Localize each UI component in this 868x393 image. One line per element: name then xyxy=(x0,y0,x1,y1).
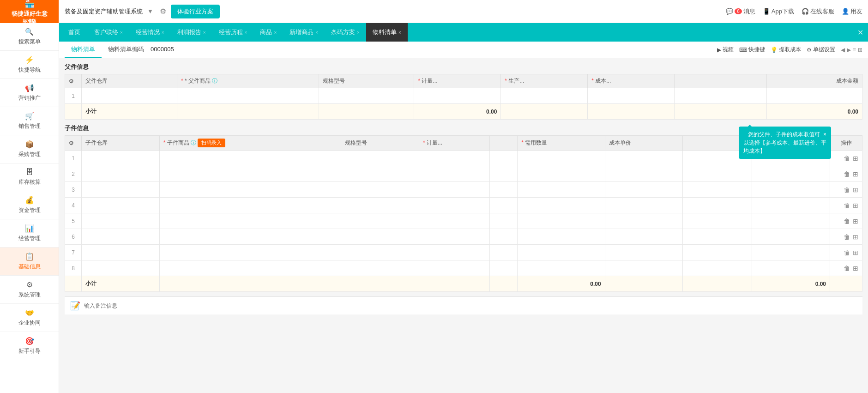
tab-operation-history[interactable]: 经营历程 × xyxy=(212,23,254,42)
delete-icon-5[interactable]: 🗑 xyxy=(844,218,850,225)
tab-product-close[interactable]: × xyxy=(274,30,277,35)
sidebar-item-guide[interactable]: 🎯 新手引导 xyxy=(0,332,59,360)
child-row-5-product[interactable] xyxy=(159,213,341,229)
tab-operation-status[interactable]: 经营情况 × xyxy=(129,23,171,42)
child-row-7-quantity[interactable] xyxy=(518,245,605,260)
parent-row-1-spec[interactable] xyxy=(319,88,414,104)
delete-icon-6[interactable]: 🗑 xyxy=(844,233,850,241)
delete-icon-1[interactable]: 🗑 xyxy=(844,155,850,162)
child-row-8-spec[interactable] xyxy=(341,260,419,276)
child-row-6-unit-cost[interactable] xyxy=(605,229,683,245)
child-row-5-spec[interactable] xyxy=(341,213,419,229)
action-single-settings[interactable]: ⚙ 单据设置 xyxy=(807,46,835,54)
sidebar-item-finance[interactable]: 💰 资金管理 xyxy=(0,191,59,219)
child-row-2-spec[interactable] xyxy=(341,166,419,182)
child-row-2-unit[interactable] xyxy=(419,166,489,182)
child-row-6-product[interactable] xyxy=(159,229,341,245)
topbar-settings-icon[interactable]: ⚙ xyxy=(160,7,166,16)
tab-operation-history-close[interactable]: × xyxy=(245,30,247,35)
child-row-7-unit[interactable] xyxy=(419,245,489,260)
child-row-8-unit-cost[interactable] xyxy=(605,260,683,276)
child-row-8-quantity[interactable] xyxy=(518,260,605,276)
tab-new-product-close[interactable]: × xyxy=(315,30,318,35)
child-row-2-warehouse[interactable] xyxy=(82,166,160,182)
scan-button[interactable]: 扫码录入 xyxy=(198,139,225,147)
child-row-3-warehouse[interactable] xyxy=(82,182,160,198)
online-service-item[interactable]: 🎧 在线客服 xyxy=(802,7,834,16)
next-arrow[interactable]: ▶ xyxy=(847,47,851,53)
child-row-4-quantity[interactable] xyxy=(518,198,605,213)
action-video[interactable]: ▶ 视频 xyxy=(717,46,734,54)
child-row-3-spec[interactable] xyxy=(341,182,419,198)
tab-barcode-close[interactable]: × xyxy=(357,30,360,35)
child-row-1-spec[interactable] xyxy=(341,151,419,166)
child-row-4-unit-cost[interactable] xyxy=(605,198,683,213)
sidebar-item-basic-info[interactable]: 📋 基础信息 xyxy=(0,248,59,276)
sub-tab-bom-list[interactable]: 物料清单 xyxy=(65,42,102,58)
delete-icon-8[interactable]: 🗑 xyxy=(844,265,850,272)
sidebar-item-system[interactable]: ⚙ 系统管理 xyxy=(0,276,59,304)
tab-bom-close[interactable]: × xyxy=(398,30,401,35)
tab-product[interactable]: 商品 × xyxy=(253,23,283,42)
child-row-7-warehouse[interactable] xyxy=(82,245,160,260)
delete-icon-3[interactable]: 🗑 xyxy=(844,186,850,193)
child-row-2-product[interactable] xyxy=(159,166,341,182)
delete-icon-7[interactable]: 🗑 xyxy=(844,249,850,256)
child-row-6-unit[interactable] xyxy=(419,229,489,245)
child-row-3-quantity[interactable] xyxy=(518,182,605,198)
sidebar-item-sales[interactable]: 🛒 销售管理 xyxy=(0,107,59,135)
copy-icon-6[interactable]: ⊞ xyxy=(853,233,858,241)
child-row-4-spec[interactable] xyxy=(341,198,419,213)
sidebar-item-inventory[interactable]: 🗄 库存核算 xyxy=(0,163,59,191)
copy-icon-8[interactable]: ⊞ xyxy=(853,265,858,272)
child-row-2-quantity[interactable] xyxy=(518,166,605,182)
user-item[interactable]: 👤 用友 xyxy=(842,7,862,16)
sidebar-item-operation[interactable]: 📊 经营管理 xyxy=(0,219,59,248)
tooltip-close-btn[interactable]: × xyxy=(823,130,826,139)
layout-icon[interactable]: ≡ xyxy=(853,47,856,53)
copy-icon-2[interactable]: ⊞ xyxy=(853,170,858,178)
tab-profit-report[interactable]: 利润报告 × xyxy=(171,23,212,42)
copy-icon-7[interactable]: ⊞ xyxy=(853,249,858,256)
parent-row-1-warehouse[interactable] xyxy=(82,88,177,104)
copy-icon-5[interactable]: ⊞ xyxy=(853,218,858,225)
child-row-5-warehouse[interactable] xyxy=(82,213,160,229)
child-row-8-unit[interactable] xyxy=(419,260,489,276)
child-row-5-unit-cost[interactable] xyxy=(605,213,683,229)
delete-icon-2[interactable]: 🗑 xyxy=(844,170,850,178)
child-row-3-unit[interactable] xyxy=(419,182,489,198)
child-row-6-quantity[interactable] xyxy=(518,229,605,245)
copy-icon-4[interactable]: ⊞ xyxy=(853,202,858,209)
app-download-item[interactable]: 📱 App下载 xyxy=(763,7,794,16)
parent-row-1-unit[interactable] xyxy=(414,88,501,104)
message-item[interactable]: 💬 6 消息 xyxy=(726,7,755,16)
close-all-tabs[interactable]: ✕ xyxy=(855,28,866,37)
parent-row-1-cost[interactable] xyxy=(588,88,675,104)
child-row-1-product[interactable] xyxy=(159,151,341,166)
delete-icon-4[interactable]: 🗑 xyxy=(844,202,850,209)
sidebar-item-cooperation[interactable]: 🤝 企业协同 xyxy=(0,304,59,332)
sidebar-item-quick-nav[interactable]: ⚡ 快捷导航 xyxy=(0,51,59,79)
tab-new-product[interactable]: 新增商品 × xyxy=(283,23,325,42)
child-row-5-unit[interactable] xyxy=(419,213,489,229)
child-row-3-unit-cost[interactable] xyxy=(605,182,683,198)
child-row-6-spec[interactable] xyxy=(341,229,419,245)
child-row-2-unit-cost[interactable] xyxy=(605,166,683,182)
child-row-4-unit[interactable] xyxy=(419,198,489,213)
parent-row-1-product[interactable] xyxy=(177,88,319,104)
sidebar-item-purchase[interactable]: 📦 采购管理 xyxy=(0,135,59,163)
child-row-1-quantity[interactable] xyxy=(518,151,605,166)
child-row-7-unit-cost[interactable] xyxy=(605,245,683,260)
child-row-7-spec[interactable] xyxy=(341,245,419,260)
tab-customer[interactable]: 客户联络 × xyxy=(88,23,129,42)
child-row-1-unit-cost[interactable] xyxy=(605,151,683,166)
tab-home[interactable]: 首页 xyxy=(61,23,88,42)
action-shortcut[interactable]: ⌨ 快捷键 xyxy=(739,46,765,54)
child-row-4-warehouse[interactable] xyxy=(82,198,160,213)
tab-operation-status-close[interactable]: × xyxy=(162,30,164,35)
child-row-3-product[interactable] xyxy=(159,182,341,198)
experience-btn[interactable]: 体验行业方案 xyxy=(171,5,220,18)
child-row-5-quantity[interactable] xyxy=(518,213,605,229)
child-row-1-warehouse[interactable] xyxy=(82,151,160,166)
copy-icon-1[interactable]: ⊞ xyxy=(853,155,858,162)
